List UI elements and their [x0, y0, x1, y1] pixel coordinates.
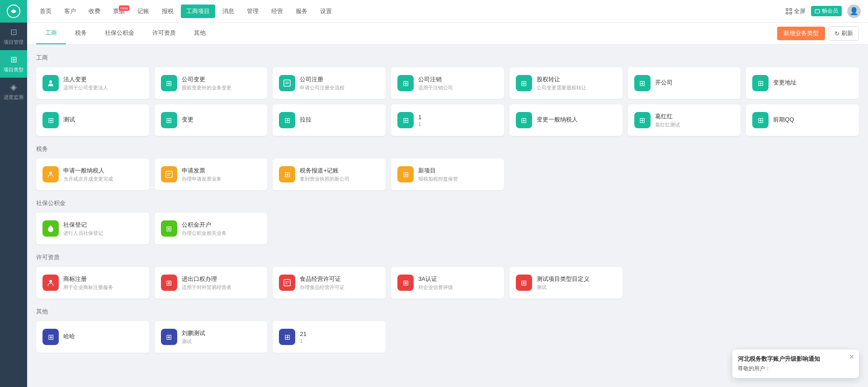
nav-ticket[interactable]: 票据 new	[108, 5, 130, 18]
liupeng-test-info: 刘鹏测试 测试	[182, 329, 261, 345]
nav-industry[interactable]: 工商项目	[181, 5, 215, 18]
card-haha[interactable]: ⊞ 哈哈	[36, 321, 149, 353]
nav-accounting[interactable]: 记账	[132, 5, 155, 18]
import-export-name: 进出口权办理	[182, 275, 261, 283]
card-open-company[interactable]: ⊞ 开公司	[628, 67, 741, 99]
card-test-type[interactable]: ⊞ 测试项目类型目定义 测试	[509, 267, 623, 298]
change-address-icon: ⊞	[752, 75, 769, 91]
change-tax-name: 变更一般纳税人	[537, 116, 616, 124]
card-apply-taxpayer[interactable]: 申请一般纳税人 当月或次月成变更完成	[36, 159, 149, 190]
lala-icon: ⊞	[279, 112, 295, 128]
nav-settings[interactable]: 设置	[315, 5, 337, 18]
card-trademark[interactable]: 商标注册 用于企业商标注册服务	[36, 267, 149, 298]
card-one[interactable]: ⊞ 1 1	[391, 104, 504, 136]
nav-tax[interactable]: 报税	[156, 5, 179, 18]
card-social-register[interactable]: 社保登记 进行人员社保登记	[36, 213, 149, 244]
tab-xuke[interactable]: 许可资质	[143, 23, 185, 44]
card-legal-change[interactable]: 法人变更 适用于公司变更法人	[36, 67, 149, 99]
card-3a-cert[interactable]: ⊞ 3A认证 对企业信誉评级	[391, 267, 504, 298]
company-cancel-desc: 适用于注销公司	[418, 84, 498, 91]
card-test[interactable]: ⊞ 测试	[36, 104, 149, 136]
member-btn[interactable]: 畅会员	[811, 6, 842, 16]
new-project-desc: 报税加税控盘保管	[418, 176, 498, 182]
legal-change-icon	[42, 75, 59, 91]
card-change-address[interactable]: ⊞ 变更地址	[746, 67, 859, 99]
food-permit-info: 食品经营许可证 办理食品经营许可证	[300, 275, 379, 291]
card-apply-invoice[interactable]: 申请发票 办理申请发票业务	[155, 159, 268, 190]
card-change2[interactable]: ⊞ 变更	[155, 104, 268, 136]
card-food-permit[interactable]: 食品经营许可证 办理食品经营许可证	[273, 267, 386, 298]
card-lala[interactable]: ⊞ 拉拉	[273, 104, 386, 136]
topnav-right: 全屏 畅会员 👤	[786, 5, 861, 18]
nav-manage[interactable]: 管理	[241, 5, 264, 18]
new-type-button[interactable]: 新增业务类型	[777, 27, 825, 40]
test-info: 测试	[63, 116, 143, 125]
card-twenty-one[interactable]: ⊞ 21 1	[273, 321, 386, 353]
user-avatar[interactable]: 👤	[847, 5, 861, 18]
nav-home[interactable]: 首页	[34, 5, 57, 18]
project-type-icon: ⊞	[10, 55, 17, 65]
tab-shebao[interactable]: 社保公积金	[96, 23, 143, 44]
nav-billing[interactable]: 收费	[83, 5, 106, 18]
sidebar: ⊡ 项目管理 ⊞ 项目类型 ◈ 进度监测	[0, 0, 27, 387]
refresh-button[interactable]: ↻ 刷新	[829, 26, 859, 41]
svg-rect-11	[166, 171, 172, 177]
sidebar-item-project-manage[interactable]: ⊡ 项目管理	[0, 23, 27, 50]
gehonghong-name: 葛红红	[655, 112, 735, 121]
notification-close-btn[interactable]: ✕	[849, 353, 854, 360]
company-cancel-name: 公司注销	[418, 75, 498, 84]
sidebar-item-progress-monitor[interactable]: ◈ 进度监测	[0, 78, 27, 105]
card-new-project[interactable]: ⊞ 新项目 报税加税控盘保管	[391, 159, 504, 190]
nav-customer[interactable]: 客户	[59, 5, 81, 18]
card-import-export[interactable]: ⊞ 进出口权办理 适用于对外贸易经营者	[155, 267, 268, 298]
change-tax-info: 变更一般纳税人	[537, 116, 616, 125]
import-export-info: 进出口权办理 适用于对外贸易经营者	[182, 275, 261, 291]
nav-operation[interactable]: 经营	[266, 5, 288, 18]
notification-popup: ✕ 河北税务数字账户升级影响通知 尊敬的用户：	[732, 350, 859, 378]
change-address-name: 变更地址	[773, 79, 853, 87]
food-permit-icon	[279, 275, 295, 291]
social-register-icon	[42, 220, 59, 237]
svg-point-10	[49, 172, 52, 174]
shuiwu-cards-grid: 申请一般纳税人 当月或次月成变更完成 申请发票 办理申请发票业务	[36, 159, 859, 190]
svg-rect-15	[284, 280, 290, 286]
company-change-desc: 股权变更外的业务变更	[182, 84, 261, 91]
fullscreen-icon	[786, 8, 792, 14]
project-manage-icon: ⊡	[10, 27, 17, 37]
nav-service[interactable]: 服务	[290, 5, 313, 18]
card-equity-transfer[interactable]: ⊞ 股权转让 公司变更需要股权转让	[509, 67, 623, 99]
test-icon: ⊞	[42, 112, 59, 128]
legal-change-desc: 适用于公司变更法人	[63, 84, 143, 91]
tab-other[interactable]: 其他	[185, 23, 215, 44]
tab-gongshang[interactable]: 工商	[36, 23, 66, 44]
card-tax-report[interactable]: ⊞ 税务报道+记账 拿到营业执照的新公司	[273, 159, 386, 190]
open-company-name: 开公司	[655, 79, 735, 87]
card-company-change[interactable]: ⊞ 公司变更 股权变更外的业务变更	[155, 67, 268, 99]
card-qianqi-qq[interactable]: ⊞ 前期QQ	[746, 104, 859, 136]
page: 工商 税务 社保公积金 许可资质 其他 新增业务类型 ↻ 刷新 工商	[27, 23, 868, 387]
card-fund-account[interactable]: ⊞ 公积金开户 办理公积金相关业务	[155, 213, 268, 244]
fullscreen-btn[interactable]: 全屏	[786, 7, 806, 15]
legal-change-name: 法人变更	[63, 75, 143, 84]
card-liupeng-test[interactable]: ⊞ 刘鹏测试 测试	[155, 321, 268, 353]
card-change-tax[interactable]: ⊞ 变更一般纳税人	[509, 104, 623, 136]
apply-taxpayer-icon	[42, 166, 59, 182]
company-change-icon: ⊞	[161, 75, 177, 91]
svg-rect-4	[790, 12, 792, 14]
gehonghong-icon: ⊞	[634, 112, 651, 128]
3a-cert-info: 3A认证 对企业信誉评级	[418, 275, 498, 291]
card-company-cancel[interactable]: ⊞ 公司注销 适用于注销公司	[391, 67, 504, 99]
sidebar-logo[interactable]	[0, 0, 27, 23]
tax-report-icon: ⊞	[279, 166, 295, 182]
equity-transfer-icon: ⊞	[516, 75, 532, 91]
card-gehonghong[interactable]: ⊞ 葛红红 葛红红测试	[628, 104, 741, 136]
sidebar-item-project-type[interactable]: ⊞ 项目类型	[0, 50, 27, 78]
equity-transfer-info: 股权转让 公司变更需要股权转让	[537, 75, 616, 91]
nav-message[interactable]: 消息	[217, 5, 240, 18]
card-company-register[interactable]: 公司注册 申请公司注册全流程	[273, 67, 386, 99]
trademark-desc: 用于企业商标注册服务	[63, 284, 143, 291]
food-permit-name: 食品经营许可证	[300, 275, 379, 283]
tab-shuiwu[interactable]: 税务	[66, 23, 96, 44]
notification-title: 河北税务数字账户升级影响通知	[738, 355, 854, 363]
company-register-name: 公司注册	[300, 75, 379, 84]
